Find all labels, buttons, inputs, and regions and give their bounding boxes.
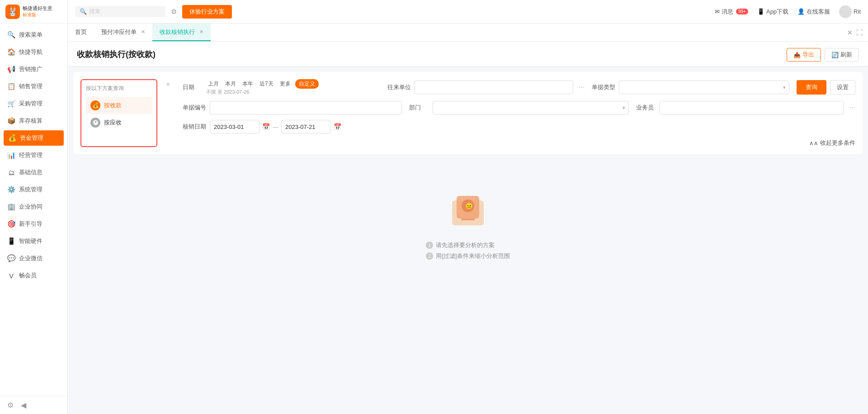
filter-row-3: 核销日期 📅 — 📅 (183, 120, 855, 133)
basic-info-icon: 🗂 (7, 169, 15, 176)
verify-date-end-cal-icon[interactable]: 📅 (334, 123, 341, 130)
tip-num-2: 2 (426, 252, 433, 260)
sidebar-item-smart-hardware[interactable]: 📱 智能硬件 (0, 233, 67, 250)
topbar-gear-icon[interactable]: ⚙ (171, 8, 177, 16)
sidebar-item-wechat[interactable]: 💬 企业微信 (0, 250, 67, 267)
staff-input[interactable] (660, 101, 844, 114)
inventory-icon: 📦 (7, 117, 15, 125)
date-btn-this-year[interactable]: 本年 (241, 79, 255, 89)
sales-icon: 📋 (7, 82, 15, 90)
filter-doc-no-field: 单据编号 (183, 101, 402, 114)
settings-footer-icon[interactable]: ⚙ (7, 401, 14, 409)
filter-row-1: 日期 上月 本月 本年 近7天 更多 自定义 不限 至 (183, 79, 855, 95)
date-btn-this-month[interactable]: 本月 (223, 79, 238, 89)
message-icon: ✉ (715, 8, 720, 15)
by-receivable-label: 按应收 (104, 119, 122, 127)
filter-collapse-more: ∧∧ 收起更多条件 (183, 139, 855, 147)
sidebar-item-quick-nav[interactable]: 🏠 快捷导航 (0, 43, 67, 61)
export-btn[interactable]: 📤 导出 (787, 48, 821, 62)
app-download-btn[interactable]: 📱 App下载 (757, 8, 788, 16)
page-title: 收款核销执行(按收款) (77, 49, 156, 60)
sidebar-item-label: 畅会员 (19, 271, 37, 280)
sidebar-item-marketing[interactable]: 📢 营销推广 (0, 61, 67, 78)
counterpart-input[interactable] (415, 81, 573, 94)
topbar-search-box[interactable]: 🔍 搜索 (75, 6, 165, 17)
user-name: Rit (854, 8, 861, 15)
sidebar-item-enterprise[interactable]: 🏢 企业协同 (0, 198, 67, 215)
doc-no-input[interactable] (210, 101, 402, 114)
sidebar-item-management[interactable]: 📊 经营管理 (0, 147, 67, 164)
sidebar-item-search-menu[interactable]: 🔍 搜索菜单 (0, 26, 67, 43)
management-icon: 📊 (7, 151, 15, 159)
fullscreen-icon[interactable]: ⛶ (856, 29, 863, 36)
sidebar-item-purchase[interactable]: 🛒 采购管理 (0, 95, 67, 112)
smart-hardware-icon: 📱 (7, 237, 15, 245)
tab-prepay[interactable]: 预付冲应付单 ✕ (94, 24, 152, 41)
empty-tips: 1 请先选择要分析的方案 2 用[过滤]条件来缩小分析范围 (426, 241, 509, 263)
refresh-icon: 🔄 (831, 52, 839, 58)
content-area: 收款核销执行(按收款) 📤 导出 🔄 刷新 (68, 42, 868, 414)
tab-prepay-label: 预付冲应付单 (101, 28, 137, 36)
filter-doc-type-field: 单据类型 (592, 81, 789, 94)
verify-date-end-input[interactable] (281, 120, 331, 133)
sidebar-item-label: 采购管理 (19, 100, 42, 108)
filter-collapse-btn[interactable]: « (166, 79, 175, 147)
user-profile-btn[interactable]: Rit (839, 5, 861, 18)
app-icon: 📱 (757, 8, 764, 15)
filter-option-by-receipt[interactable]: 💰 按收款 (86, 97, 152, 114)
collapse-sidebar-btn[interactable]: ◀ (21, 401, 26, 409)
doc-type-label: 单据类型 (592, 83, 615, 91)
doc-type-select[interactable] (619, 81, 789, 94)
tab-home[interactable]: 首页 (68, 24, 94, 41)
verify-date-start-input[interactable] (210, 120, 259, 133)
topbar-right: ✉ 消息 99+ 📱 App下载 👤 在线客服 Rit (715, 5, 861, 18)
filter-scheme-title: 按以下方案查询 (86, 85, 152, 92)
tabbar: 首页 预付冲应付单 ✕ 收款核销执行 ✕ ✕ ⛶ (68, 24, 868, 42)
query-btn[interactable]: 查询 (797, 80, 826, 95)
collapse-more-label: 收起更多条件 (820, 139, 855, 147)
refresh-label: 刷新 (840, 51, 852, 59)
date-btn-last-7-days[interactable]: 近7天 (258, 79, 275, 89)
svg-text:😐: 😐 (465, 202, 473, 210)
app-label: App下载 (766, 8, 788, 16)
filter-panel: 按以下方案查询 💰 按收款 🕐 按应收 « (73, 72, 863, 154)
filter-date-field: 日期 上月 本月 本年 近7天 更多 自定义 不限 至 (183, 79, 380, 95)
date-btn-more[interactable]: 更多 (278, 79, 292, 89)
service-label: 在线客服 (807, 8, 830, 16)
collapse-more-btn[interactable]: ∧∧ 收起更多条件 (809, 139, 855, 147)
doc-type-select-wrap (619, 81, 789, 94)
dept-select[interactable] (433, 101, 628, 114)
sidebar-item-member[interactable]: V 畅会员 (0, 267, 67, 284)
filter-fields: 日期 上月 本月 本年 近7天 更多 自定义 不限 至 (183, 79, 855, 147)
date-separator: — (273, 124, 278, 130)
settings-btn[interactable]: 设置 (830, 80, 855, 95)
industry-solution-btn[interactable]: 休验行业方案 (182, 5, 232, 19)
filter-option-by-receivable[interactable]: 🕐 按应收 (86, 114, 152, 131)
refresh-btn[interactable]: 🔄 刷新 (825, 48, 859, 62)
search-placeholder-text: 搜索 (90, 8, 100, 15)
sidebar-item-beginner[interactable]: 🎯 新手引导 (0, 215, 67, 233)
sidebar-item-inventory[interactable]: 📦 库存核算 (0, 112, 67, 129)
by-receipt-label: 按收款 (104, 101, 122, 109)
sidebar-item-label: 搜索菜单 (19, 31, 42, 39)
verify-date-start-cal-icon[interactable]: 📅 (262, 123, 270, 130)
date-btn-last-month[interactable]: 上月 (206, 79, 221, 89)
search-icon: 🔍 (80, 8, 87, 15)
messages-btn[interactable]: ✉ 消息 99+ (715, 8, 748, 16)
sidebar-item-system[interactable]: ⚙️ 系统管理 (0, 181, 67, 198)
close-tab-icon[interactable]: ✕ (847, 29, 853, 36)
logo-subtext: 标准版 (23, 12, 52, 18)
sidebar-item-sales[interactable]: 📋 销售管理 (0, 78, 67, 95)
wechat-icon: 💬 (7, 254, 15, 262)
date-btn-custom[interactable]: 自定义 (295, 79, 319, 89)
staff-label: 业务员 (636, 104, 656, 112)
tab-receipt-verify[interactable]: 收款核销执行 ✕ (152, 24, 211, 41)
tab-receipt-verify-close-icon[interactable]: ✕ (199, 29, 203, 35)
sidebar-item-finance[interactable]: 💰 资金管理 (4, 130, 64, 146)
counterpart-dots-icon[interactable]: ··· (579, 83, 585, 91)
online-service-btn[interactable]: 👤 在线客服 (797, 8, 830, 16)
sidebar-item-basic-info[interactable]: 🗂 基础信息 (0, 164, 67, 181)
staff-dots-icon[interactable]: ··· (849, 104, 855, 112)
tabbar-actions: ✕ ⛶ (842, 24, 868, 41)
tab-prepay-close-icon[interactable]: ✕ (141, 29, 145, 35)
